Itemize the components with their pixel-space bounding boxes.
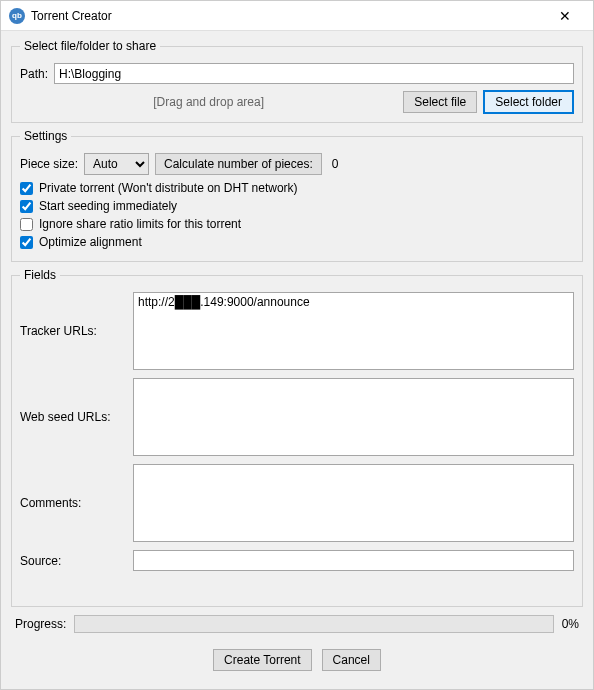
content-area: Select file/folder to share Path: [Drag …	[1, 31, 593, 689]
piece-size-label: Piece size:	[20, 157, 78, 171]
piece-size-select[interactable]: Auto	[84, 153, 149, 175]
fields-legend: Fields	[20, 268, 60, 282]
close-icon[interactable]: ✕	[545, 2, 585, 30]
pieces-count: 0	[328, 155, 363, 173]
ignore-ratio-checkbox[interactable]	[20, 218, 33, 231]
start-seeding-label: Start seeding immediately	[39, 199, 177, 213]
progress-bar	[74, 615, 553, 633]
optimize-label: Optimize alignment	[39, 235, 142, 249]
tracker-urls-label: Tracker URLs:	[20, 324, 125, 338]
calculate-pieces-button[interactable]: Calculate number of pieces:	[155, 153, 322, 175]
window-title: Torrent Creator	[31, 9, 545, 23]
path-label: Path:	[20, 67, 48, 81]
footer-buttons: Create Torrent Cancel	[11, 641, 583, 681]
comments-label: Comments:	[20, 496, 125, 510]
torrent-creator-window: qb Torrent Creator ✕ Select file/folder …	[0, 0, 594, 690]
ignore-ratio-label: Ignore share ratio limits for this torre…	[39, 217, 241, 231]
progress-label: Progress:	[15, 617, 66, 631]
drag-drop-area[interactable]: [Drag and drop area]	[20, 93, 397, 111]
select-file-group: Select file/folder to share Path: [Drag …	[11, 39, 583, 123]
select-file-legend: Select file/folder to share	[20, 39, 160, 53]
webseed-urls-textarea[interactable]	[133, 378, 574, 456]
settings-group: Settings Piece size: Auto Calculate numb…	[11, 129, 583, 262]
select-file-button[interactable]: Select file	[403, 91, 477, 113]
optimize-checkbox[interactable]	[20, 236, 33, 249]
progress-percent: 0%	[562, 617, 579, 631]
settings-legend: Settings	[20, 129, 71, 143]
private-torrent-label: Private torrent (Won't distribute on DHT…	[39, 181, 298, 195]
tracker-urls-textarea[interactable]	[133, 292, 574, 370]
source-input[interactable]	[133, 550, 574, 571]
webseed-urls-label: Web seed URLs:	[20, 410, 125, 424]
cancel-button[interactable]: Cancel	[322, 649, 381, 671]
start-seeding-checkbox[interactable]	[20, 200, 33, 213]
create-torrent-button[interactable]: Create Torrent	[213, 649, 311, 671]
path-input[interactable]	[54, 63, 574, 84]
private-torrent-checkbox[interactable]	[20, 182, 33, 195]
comments-textarea[interactable]	[133, 464, 574, 542]
fields-group: Fields Tracker URLs: Web seed URLs: Comm…	[11, 268, 583, 607]
source-label: Source:	[20, 554, 125, 568]
titlebar: qb Torrent Creator ✕	[1, 1, 593, 31]
app-icon: qb	[9, 8, 25, 24]
select-folder-button[interactable]: Select folder	[483, 90, 574, 114]
progress-row: Progress: 0%	[11, 613, 583, 635]
